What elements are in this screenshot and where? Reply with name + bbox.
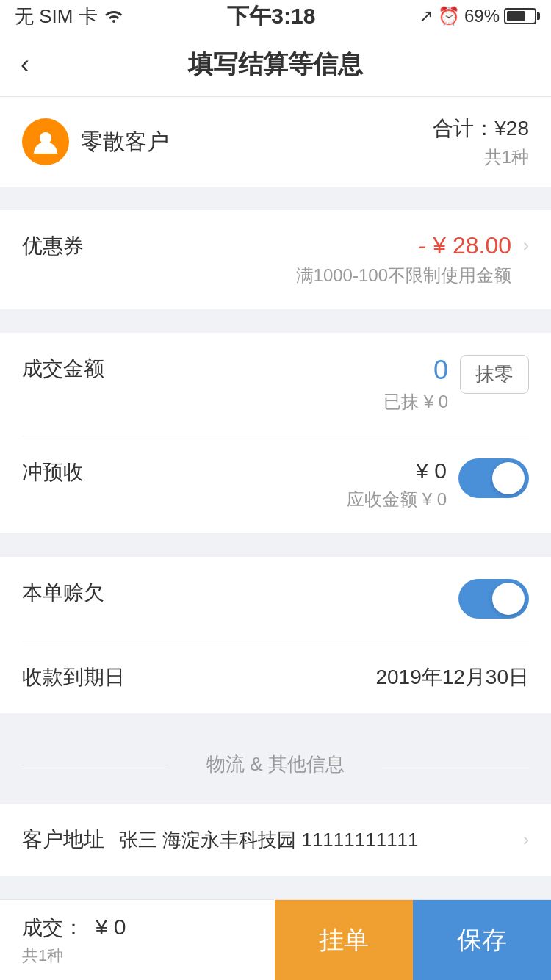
- page-title: 填写结算等信息: [188, 48, 363, 82]
- prepay-value-col: ¥ 0 应收金额 ¥ 0: [347, 458, 447, 511]
- prepay-amount: ¥ 0: [347, 458, 447, 483]
- prepay-right: ¥ 0 应收金额 ¥ 0: [347, 458, 529, 511]
- transaction-label: 成交金额: [22, 355, 110, 383]
- status-time: 下午3:18: [227, 1, 315, 32]
- coupon-right: - ¥ 28.00 满1000-100不限制使用金额 ›: [296, 232, 529, 287]
- customer-total: 合计：¥28 共1种: [433, 115, 529, 169]
- location-icon: ↗: [419, 6, 433, 26]
- address-row[interactable]: 客户地址 张三 海淀永丰科技园 11111111111 ›: [0, 804, 551, 876]
- coupon-chevron-icon: ›: [523, 235, 529, 256]
- bottom-count: 共1种: [22, 945, 253, 967]
- address-section: 客户地址 张三 海淀永丰科技园 11111111111 ›: [0, 804, 551, 876]
- credit-toggle-wrap: [458, 579, 529, 619]
- avatar: [22, 118, 69, 165]
- transaction-right: 0 已抹 ¥ 0 抹零: [383, 355, 529, 414]
- transaction-section: 成交金额 0 已抹 ¥ 0 抹零 冲预收 ¥ 0 应收金额 ¥ 0: [0, 333, 551, 533]
- bottom-info: 成交： ¥ 0 共1种: [0, 914, 275, 967]
- save-button[interactable]: 保存: [413, 900, 551, 981]
- coupon-label: 优惠券: [22, 232, 110, 260]
- alarm-icon: ⏰: [438, 6, 460, 26]
- prepay-toggle-knob: [492, 462, 525, 494]
- customer-row: 零散客户 合计：¥28 共1种: [0, 97, 551, 187]
- due-date-label: 收款到期日: [22, 663, 125, 691]
- customer-info: 零散客户: [22, 118, 169, 165]
- transaction-sub: 已抹 ¥ 0: [383, 390, 448, 414]
- total-count: 共1种: [433, 145, 529, 169]
- sim-status: 无 SIM 卡: [15, 4, 98, 29]
- total-amount: 合计：¥28: [433, 115, 529, 143]
- bottom-bar: 成交： ¥ 0 共1种 挂单 保存: [0, 899, 551, 980]
- address-value: 张三 海淀永丰科技园 11111111111: [119, 827, 516, 853]
- hold-button[interactable]: 挂单: [275, 900, 413, 981]
- coupon-section: 优惠券 - ¥ 28.00 满1000-100不限制使用金额 ›: [0, 210, 551, 309]
- status-bar: 无 SIM 卡 下午3:18 ↗ ⏰ 69%: [0, 0, 551, 32]
- transaction-row: 成交金额 0 已抹 ¥ 0 抹零: [0, 333, 551, 436]
- prepay-row: 冲预收 ¥ 0 应收金额 ¥ 0: [0, 436, 551, 533]
- address-chevron-icon: ›: [523, 829, 529, 850]
- battery-percentage: 69%: [464, 6, 500, 26]
- customer-section: 零散客户 合计：¥28 共1种: [0, 97, 551, 187]
- bottom-deal-amount: ¥ 0: [96, 915, 126, 939]
- coupon-value-col: - ¥ 28.00 满1000-100不限制使用金额: [296, 232, 511, 287]
- due-date-value: 2019年12月30日: [375, 663, 529, 691]
- nav-bar: ‹ 填写结算等信息: [0, 32, 551, 97]
- prepay-toggle[interactable]: [458, 458, 529, 498]
- address-label: 客户地址: [22, 826, 104, 854]
- transaction-value-col: 0 已抹 ¥ 0: [383, 355, 448, 414]
- bottom-deal-label: 成交：: [22, 916, 84, 939]
- credit-toggle-knob: [492, 583, 525, 615]
- coupon-row[interactable]: 优惠券 - ¥ 28.00 满1000-100不限制使用金额 ›: [0, 210, 551, 309]
- round-button[interactable]: 抹零: [460, 355, 529, 394]
- credit-label: 本单赊欠: [22, 579, 110, 607]
- back-button[interactable]: ‹: [21, 49, 29, 80]
- prepay-label: 冲预收: [22, 458, 110, 486]
- coupon-discount: - ¥ 28.00: [296, 232, 511, 259]
- credit-section: 本单赊欠 收款到期日 2019年12月30日: [0, 557, 551, 713]
- bottom-deal-row: 成交： ¥ 0: [22, 914, 253, 942]
- transaction-amount[interactable]: 0: [383, 355, 448, 386]
- customer-name: 零散客户: [81, 127, 169, 157]
- wifi-icon: [104, 5, 124, 28]
- status-right: ↗ ⏰ 69%: [419, 6, 536, 26]
- prepay-toggle-wrap: [458, 458, 529, 498]
- coupon-sub: 满1000-100不限制使用金额: [296, 264, 511, 287]
- battery-icon: [504, 8, 536, 24]
- due-date-row: 收款到期日 2019年12月30日: [0, 641, 551, 713]
- status-left: 无 SIM 卡: [15, 4, 124, 29]
- prepay-sub: 应收金额 ¥ 0: [347, 488, 447, 511]
- credit-row: 本单赊欠: [0, 557, 551, 641]
- credit-toggle[interactable]: [458, 579, 529, 619]
- logistics-label: 物流 & 其他信息: [0, 737, 551, 792]
